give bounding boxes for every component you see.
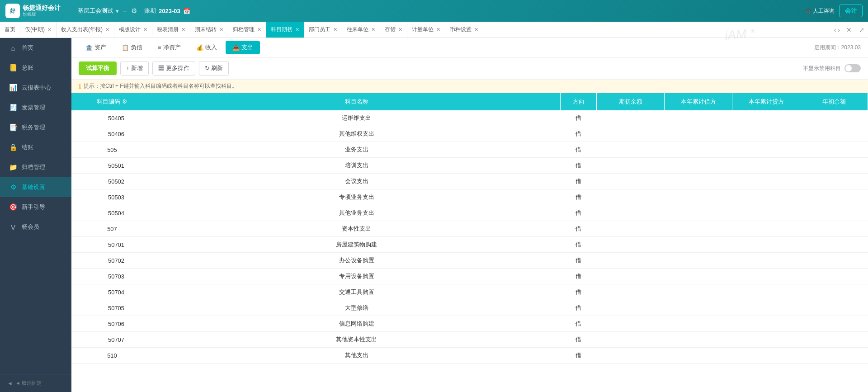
table-row[interactable]: 50501培训支出借 (71, 158, 868, 174)
table-row[interactable]: 50502会议支出借 (71, 174, 868, 189)
sub-tab-icon-支出: 📤 (232, 44, 240, 51)
tab-item-收入支出表(年报)[interactable]: 收入支出表(年报)✕ (57, 22, 114, 38)
tab-close-icon[interactable]: ✕ (398, 27, 402, 33)
sidebar-item-closing[interactable]: 🔒结账 (0, 137, 71, 157)
tab-item-科目期初[interactable]: 科目期初✕ (266, 22, 304, 38)
tab-item-期末结转[interactable]: 期末结转✕ (190, 22, 228, 38)
table-row[interactable]: 50701房屋建筑物购建借 (71, 237, 868, 253)
cell-balance-3 (800, 189, 868, 205)
table-row[interactable]: 50702办公设备购置借 (71, 253, 868, 269)
sidebar-item-home[interactable]: ⌂首页 (0, 38, 71, 58)
table-row[interactable]: 50504其他业务支出借 (71, 205, 868, 221)
tab-item-存货[interactable]: 存货✕ (380, 22, 407, 38)
sub-tab-资产[interactable]: 🏦资产 (79, 41, 113, 54)
col-settings-icon[interactable]: ⚙ (122, 98, 127, 105)
tab-next-icon[interactable]: › (837, 26, 841, 33)
table-row[interactable]: 50707其他资本性支出借 (71, 332, 868, 348)
toggle-disabled-switch[interactable] (844, 64, 861, 72)
sidebar-item-guide[interactable]: 🎯新手引导 (0, 197, 71, 217)
table-row[interactable]: 50706信息网络购建借 (71, 316, 868, 332)
tab-close-icon[interactable]: ✕ (105, 27, 109, 33)
tab-item-模版设计[interactable]: 模版设计✕ (114, 22, 152, 38)
table-row[interactable]: 50406其他维权支出借 (71, 126, 868, 142)
kuaiji-button[interactable]: 会计 (839, 5, 863, 17)
tab-prev-icon[interactable]: ‹ (833, 26, 837, 33)
add-button[interactable]: + 新增 (120, 61, 149, 76)
tab-close-icon[interactable]: ✕ (143, 27, 147, 33)
tab-item-首页[interactable]: 首页 (0, 22, 20, 38)
table-row[interactable]: 50503专项业务支出借 (71, 189, 868, 205)
tab-item-部门员工[interactable]: 部门员工✕ (304, 22, 342, 38)
tab-close-icon[interactable]: ✕ (295, 27, 299, 33)
settings-icon: ⚙ (9, 183, 17, 191)
table-container[interactable]: 科目编码 ⚙科目名称方向期初余额本年累计借方本年累计贷方年初余额 50405运维… (71, 93, 868, 392)
table-row[interactable]: 50705大型修缮借 (71, 300, 868, 316)
calc-balance-button[interactable]: 试算平衡 (79, 61, 117, 75)
sidebar-item-member[interactable]: V畅会员 (0, 217, 71, 237)
tab-close-icon[interactable]: ✕ (47, 27, 52, 33)
close-all-tabs-button[interactable]: ✕ (843, 26, 855, 33)
cell-balance-3 (800, 110, 868, 126)
tab-item-计量单位[interactable]: 计量单位✕ (407, 22, 445, 38)
table-row[interactable]: 510其他支出借 (71, 348, 868, 364)
calendar-icon[interactable]: 📅 (183, 8, 190, 14)
cell-name: 房屋建筑物购建 (153, 237, 561, 253)
cell-balance-1 (665, 174, 732, 189)
tab-close-icon[interactable]: ✕ (474, 27, 478, 33)
table-row[interactable]: 50405运维维支出借 (71, 110, 868, 126)
sidebar-label-ledger: 总账 (22, 64, 33, 72)
sub-tab-label-支出: 支出 (241, 43, 253, 52)
sub-tab-负债[interactable]: 📋负债 (115, 41, 149, 54)
toolbar-right: 不显示禁用科目 (803, 64, 861, 72)
tab-item-往来单位[interactable]: 往来单位✕ (342, 22, 380, 38)
sidebar-collapse-button[interactable]: ◄ ◄ 取消固定 (0, 374, 71, 392)
th-6: 年初余额 (800, 93, 868, 110)
tab-close-icon[interactable]: ✕ (371, 27, 375, 33)
sidebar-item-ledger[interactable]: 📒总账 (0, 58, 71, 78)
service-label: 人工咨询 (813, 7, 835, 15)
th-2: 方向 (561, 93, 597, 110)
tab-close-icon[interactable]: ✕ (436, 27, 440, 33)
table-row[interactable]: 50704交通工具购置借 (71, 284, 868, 300)
cell-code: 50706 (71, 316, 153, 332)
more-operations-button[interactable]: ☰ 更多操作 (152, 61, 195, 76)
company-chevron-icon[interactable]: ▾ (116, 8, 119, 14)
company-name[interactable]: 基层工会测试 (78, 7, 113, 15)
sub-tab-净资产[interactable]: ≡净资产 (151, 41, 188, 54)
cell-code: 50501 (71, 158, 153, 174)
cell-balance-2 (732, 316, 800, 332)
th-0: 科目编码 ⚙ (71, 93, 153, 110)
tab-close-icon[interactable]: ✕ (181, 27, 185, 33)
archive-icon: 📁 (9, 163, 17, 171)
top-header: 好 畅捷通好会计 旗舰版 基层工会测试 ▾ ＋ ⚙ 账期 2023-03 📅 🎧… (0, 0, 868, 22)
sub-tab-支出[interactable]: 📤支出 (226, 41, 260, 54)
tab-close-icon[interactable]: ✕ (219, 27, 223, 33)
logo-text-block: 畅捷通好会计 旗舰版 (23, 4, 61, 18)
sub-tab-收入[interactable]: 💰收入 (189, 41, 224, 54)
sidebar-item-reports[interactable]: 📊云报表中心 (0, 78, 71, 98)
add-company-button[interactable]: ＋ (122, 7, 128, 15)
expand-tabs-icon[interactable]: ⤢ (855, 26, 868, 33)
sidebar-item-tax[interactable]: 📑税务管理 (0, 118, 71, 137)
service-button[interactable]: 🎧 人工咨询 (805, 7, 835, 15)
table-row[interactable]: 507资本性支出借 (71, 221, 868, 237)
sidebar-item-archive[interactable]: 📁归档管理 (0, 157, 71, 177)
tab-close-icon[interactable]: ✕ (333, 27, 337, 33)
tab-item-仅(中期)[interactable]: 仅(中期)✕ (20, 22, 57, 38)
sidebar-label-invoice: 发票管理 (22, 104, 45, 112)
cell-direction: 借 (561, 253, 597, 269)
th-5: 本年累计贷方 (732, 93, 800, 110)
cell-direction: 借 (561, 348, 597, 364)
refresh-button[interactable]: ↻ 刷新 (199, 61, 229, 76)
tab-item-币种设置[interactable]: 币种设置✕ (445, 22, 483, 38)
table-row[interactable]: 505业务支出借 (71, 142, 868, 158)
tab-item-归档管理[interactable]: 归档管理✕ (228, 22, 266, 38)
company-settings-icon[interactable]: ⚙ (131, 7, 137, 15)
cell-balance-2 (732, 158, 800, 174)
table-row[interactable]: 50703专用设备购置借 (71, 269, 868, 284)
cell-balance-1 (665, 142, 732, 158)
sidebar-item-settings[interactable]: ⚙基础设置 (0, 177, 71, 197)
sidebar-item-invoice[interactable]: 🧾发票管理 (0, 98, 71, 118)
tab-close-icon[interactable]: ✕ (257, 27, 261, 33)
tab-item-税表清册[interactable]: 税表清册✕ (152, 22, 190, 38)
